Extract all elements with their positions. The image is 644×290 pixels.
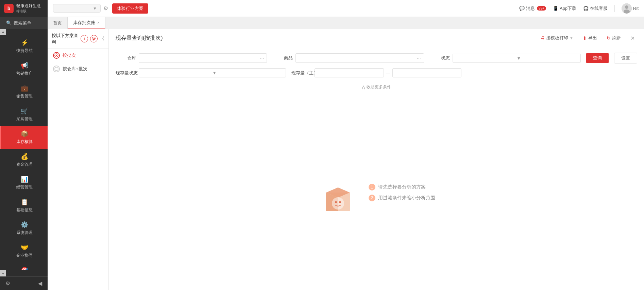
basic-info-icon: 📋 — [21, 198, 28, 206]
system-icon: ⚙️ — [21, 221, 28, 229]
user-name: Rit — [633, 6, 639, 11]
sidebar-toggle-icon[interactable]: ◀ — [38, 280, 42, 287]
main-panel: 现存量查询(按批次) 🖨 按模板打印 ▼ ⬆ 导出 ↻ 刷新 — [109, 29, 644, 290]
sidebar-item-new-guide[interactable]: 🎯 新手引导 — [0, 262, 48, 270]
page-title-actions: 🖨 按模板打印 ▼ ⬆ 导出 ↻ 刷新 ✕ — [537, 33, 637, 43]
sidebar-item-operations[interactable]: 📊 经营管理 — [0, 171, 48, 194]
finance-icon: 💰 — [21, 153, 28, 160]
sidebar-item-finance[interactable]: 💰 资金管理 — [0, 149, 48, 171]
scheme-batch-label: 按批次 — [63, 52, 76, 58]
sidebar-item-basic-info[interactable]: 📋 基础信息 — [0, 194, 48, 217]
filter-panel-title: 按以下方案查询 — [52, 33, 81, 45]
user-profile-btn[interactable]: Rit — [622, 3, 639, 14]
filter-panel-header: 按以下方案查询 + 《 — [48, 29, 108, 49]
sidebar-scroll-down[interactable]: ▼ — [0, 270, 6, 276]
sidebar-item-enterprise[interactable]: 🤝 企业协同 — [0, 240, 48, 262]
export-label: 导出 — [588, 35, 597, 41]
scheme-batch-icon — [53, 52, 60, 59]
scheme-warehouse-batch-label: 按仓库+批次 — [63, 66, 87, 72]
sidebar-item-sales[interactable]: 💼 销售管理 — [0, 80, 48, 103]
operations-icon: 📊 — [21, 176, 28, 183]
purchase-label: 采购管理 — [16, 116, 33, 122]
messages-btn[interactable]: 💬 消息 99+ — [519, 5, 546, 12]
sidebar-item-marketing[interactable]: 📢 营销推广 — [0, 58, 48, 80]
marketing-label: 营销推广 — [16, 71, 33, 76]
warehouse-label: 仓库 — [116, 55, 136, 61]
product-dots-icon[interactable]: ··· — [417, 55, 421, 61]
empty-state: 1 请先选择要分析的方案 2 用过滤条件来缩小分析范围 — [109, 95, 644, 290]
search-row-1: 仓库 ··· 商品 ··· 状态 — [116, 53, 637, 64]
scheme-batch[interactable]: 按批次 — [48, 49, 108, 62]
scheme-settings-btn[interactable] — [90, 35, 98, 42]
search-form: 仓库 ··· 商品 ··· 状态 — [109, 47, 644, 95]
app-download-icon: 📱 — [553, 6, 558, 11]
sidebar-item-system[interactable]: ⚙️ 系统管理 — [0, 217, 48, 240]
stock-qty-max[interactable] — [392, 68, 462, 77]
settings-button[interactable]: 设置 — [614, 53, 637, 64]
sidebar-item-quick-nav[interactable]: ⚡ 快捷导航 — [0, 35, 48, 58]
sales-label: 销售管理 — [16, 93, 33, 99]
svg-point-12 — [335, 201, 337, 203]
inventory-icon: 📦 — [21, 130, 28, 138]
sidebar-scroll-up[interactable]: ▲ — [0, 29, 6, 35]
marketing-icon: 📢 — [21, 62, 28, 69]
svg-point-2 — [624, 10, 630, 14]
add-scheme-btn[interactable]: + — [81, 35, 88, 42]
app-download-btn[interactable]: 📱 App下载 — [553, 5, 576, 12]
search-menu-label: 搜索菜单 — [14, 20, 31, 26]
refresh-btn[interactable]: ↻ 刷新 — [604, 34, 624, 42]
product-input[interactable] — [299, 56, 417, 61]
query-button[interactable]: 查询 — [586, 53, 609, 63]
product-input-wrap[interactable]: ··· — [295, 53, 424, 63]
stock-qty-dash: — — [386, 70, 390, 75]
print-btn[interactable]: 🖨 按模板打印 ▼ — [537, 34, 576, 42]
status-select[interactable]: ▼ — [453, 54, 581, 63]
search-menu-btn[interactable]: 🔍 搜索菜单 — [0, 17, 48, 29]
scheme-warehouse-batch[interactable]: 按仓库+批次 — [48, 62, 108, 76]
svg-point-6 — [55, 67, 58, 71]
sidebar-settings-icon[interactable]: ⚙ — [5, 280, 10, 287]
empty-hint-2: 2 用过滤条件来缩小分析范围 — [369, 195, 435, 201]
panel-close-btn[interactable]: ✕ — [628, 33, 637, 43]
stock-qty-field: 现存量（主） — — [291, 68, 462, 77]
product-label: 商品 — [272, 55, 293, 61]
warehouse-input-wrap[interactable]: ··· — [139, 53, 267, 63]
operations-label: 经营管理 — [16, 184, 33, 190]
sidebar-item-purchase[interactable]: 🛒 采购管理 — [0, 103, 48, 126]
tab-home[interactable]: 首页 — [48, 17, 68, 29]
stock-status-label: 现存量状态 — [116, 70, 136, 76]
warehouse-dots-icon[interactable]: ··· — [260, 55, 264, 61]
refresh-label: 刷新 — [612, 35, 621, 41]
stock-status-select[interactable]: ▼ — [139, 68, 286, 77]
scheme-warehouse-batch-icon — [53, 66, 60, 72]
sidebar-item-inventory[interactable]: 📦 库存核算 — [0, 126, 48, 149]
filter-collapse-btn[interactable]: 《 — [100, 36, 104, 42]
warehouse-field: 仓库 ··· — [116, 53, 267, 63]
online-service-btn[interactable]: 🎧 在线客服 — [583, 5, 608, 12]
collapse-more-btn[interactable]: ⋀ 收起更多条件 — [116, 82, 637, 92]
tab-batch-stock[interactable]: 库存批次账 × — [68, 17, 105, 29]
app-logo-icon: b — [4, 4, 14, 13]
search-menu-icon: 🔍 — [6, 20, 12, 25]
print-dropdown-icon[interactable]: ▼ — [570, 36, 573, 40]
topbar-search-dropdown-icon[interactable]: ▼ — [93, 6, 97, 11]
content-area: 按以下方案查询 + 《 按批次 — [48, 29, 644, 290]
app-name: 畅康通好生意 — [16, 3, 41, 9]
experience-btn[interactable]: 体验行业方案 — [112, 3, 148, 14]
topbar-search-input[interactable] — [57, 6, 91, 11]
export-btn[interactable]: ⬆ 导出 — [580, 34, 600, 42]
topbar-gear-icon[interactable]: ⚙ — [103, 5, 108, 12]
basic-info-label: 基础信息 — [16, 207, 33, 213]
topbar-search-wrap[interactable]: ▼ — [53, 4, 101, 13]
warehouse-input[interactable] — [142, 56, 260, 61]
empty-hint-1: 1 请先选择要分析的方案 — [369, 184, 435, 191]
sidebar-footer: ⚙ ◀ — [0, 276, 48, 290]
tab-batch-stock-close[interactable]: × — [97, 20, 100, 25]
svg-point-11 — [332, 197, 344, 210]
online-service-icon: 🎧 — [583, 6, 589, 11]
stock-qty-range: — — [315, 68, 462, 77]
stock-qty-min[interactable] — [315, 68, 384, 77]
hint-2-text: 用过滤条件来缩小分析范围 — [378, 195, 435, 201]
user-avatar — [622, 3, 632, 14]
messages-label: 消息 — [526, 5, 535, 12]
